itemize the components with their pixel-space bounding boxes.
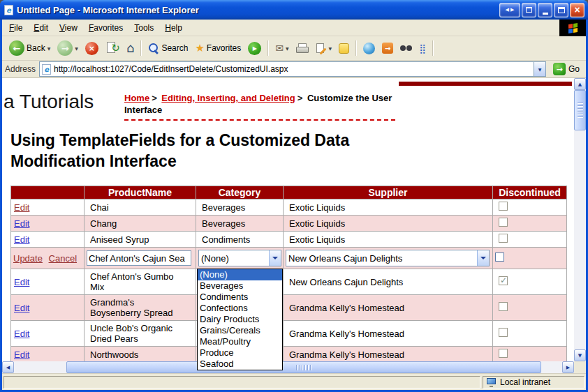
close-button[interactable]: × [570,3,585,17]
category-cell: Beverages [196,199,284,216]
menu-item-edit[interactable]: Edit [28,21,54,35]
discontinued-checkbox[interactable] [495,252,504,262]
back-button[interactable]: ← Back ▼ [6,39,53,57]
product-row: Edit Uncle Bob's Organic Dried Pears Gra… [11,321,567,347]
header-accent-bar [399,82,572,86]
addon-binoculars-button[interactable] [397,43,415,53]
edit-link[interactable]: Edit [14,303,29,313]
favorites-button[interactable]: ★ Favorites [192,40,244,56]
breadcrumb-separator: > [297,93,303,103]
scroll-down-button[interactable]: ▼ [574,349,586,361]
window-icon [526,7,532,13]
edit-link[interactable]: Edit [14,218,29,229]
media-button[interactable]: ▶ [245,40,264,56]
address-dropdown-button[interactable]: ▼ [534,62,545,76]
edit-link[interactable]: Edit [14,329,29,339]
menu-item-file[interactable]: File [3,21,28,35]
minimize-button[interactable] [538,3,552,17]
update-link[interactable]: Update [13,253,43,264]
breadcrumb-home-link[interactable]: Home [124,93,149,103]
product-row: Edit Aniseed Syrup Condiments Exotic Liq… [11,232,567,248]
horizontal-scrollbar[interactable]: ◀ ▶ [2,361,574,373]
window-titlebar[interactable]: e Untitled Page - Microsoft Internet Exp… [0,0,588,20]
address-bar: Address e ▼ → Go [2,61,586,78]
category-option[interactable]: Grains/Cereals [198,325,282,336]
go-button[interactable]: → Go [550,63,583,75]
edit-link[interactable]: Edit [14,277,29,287]
title-window-button[interactable] [522,3,536,17]
maximize-icon [558,7,565,13]
maximize-button[interactable] [554,3,568,17]
product-cell: Uncle Bob's Organic Dried Pears [90,323,181,344]
supplier-select[interactable]: New Orleans Cajun Delights [286,250,490,266]
category-option[interactable]: Dairy Products [198,314,282,325]
standard-toolbar: ← Back ▼ → ▼ × ↻ ⌂ Search ★ Favorites [2,36,586,61]
cancel-link[interactable]: Cancel [49,253,77,264]
category-select[interactable]: (None) [198,250,281,266]
category-option[interactable]: Produce [198,347,282,359]
security-zone-label: Local intranet [500,377,550,387]
scroll-left-button[interactable]: ◀ [2,361,14,373]
discontinued-checkbox [499,328,508,337]
windows-logo-icon [568,23,578,33]
scrollbar-corner [574,361,586,373]
scroll-up-button[interactable]: ▲ [574,78,586,90]
discontinued-checkbox [499,349,508,358]
chevron-down-icon[interactable] [477,250,489,266]
vertical-scrollbar[interactable]: ▲ ▼ [574,78,586,361]
address-field: e ▼ [39,61,546,77]
supplier-cell: Exotic Liquids [284,216,493,232]
menu-item-view[interactable]: View [54,21,83,35]
title-nav-arrows-button[interactable]: ◀ ▶ [499,3,520,17]
stop-button[interactable]: × [82,40,101,56]
category-option[interactable]: Confections [198,303,282,314]
edit-link[interactable]: Edit [14,349,29,360]
horizontal-scrollbar-thumb[interactable] [66,361,541,373]
category-option[interactable]: (None) [198,269,282,280]
binoculars-icon [400,45,412,52]
chevron-down-icon: ▼ [286,46,289,51]
page-title: Using TemplateFields for a Customized Da… [10,130,363,172]
star-icon: ★ [195,42,204,54]
edit-page-button[interactable]: ▼ [313,41,335,56]
menu-item-tools[interactable]: Tools [128,21,159,35]
product-name-input[interactable] [87,250,191,266]
supplier-select-value: New Orleans Cajun Delights [288,253,477,264]
messenger-button[interactable] [336,42,352,55]
refresh-button[interactable]: ↻ [103,40,122,56]
category-option[interactable]: Beverages [198,280,282,292]
edit-link[interactable]: Edit [14,202,29,213]
product-row: Edit Northwoods Grandma Kelly's Homestea… [11,347,567,362]
chevron-down-icon[interactable] [269,250,281,266]
category-option[interactable]: Seafood [198,359,282,370]
addon-globe-button[interactable] [360,41,378,56]
page-icon: e [42,64,51,75]
category-option[interactable]: Meat/Poultry [198,336,282,347]
forward-button[interactable]: → ▼ [54,39,81,57]
product-row: Edit Grandma's Boysenberry Spread Grandm… [11,295,567,321]
product-row: Edit Chef Anton's Gumbo Mix New Orleans … [11,269,567,295]
page-viewport: a Tutorials Home> Editing, Inserting, an… [2,78,586,373]
address-input[interactable] [54,64,531,74]
search-button[interactable]: Search [145,41,191,55]
search-icon [148,43,159,54]
addon-grid-button[interactable]: ⣿ [416,42,429,55]
edit-link[interactable]: Edit [14,234,29,245]
go-label: Go [568,64,580,74]
scroll-right-button[interactable]: ▶ [562,361,574,373]
vertical-scrollbar-thumb[interactable] [574,90,586,130]
menu-item-favorites[interactable]: Favorites [83,21,128,35]
addon-arrow-button[interactable]: → [379,41,396,55]
mail-button[interactable]: ✉ ▼ [272,41,291,55]
column-header-supplier: Supplier [284,186,493,199]
menu-item-help[interactable]: Help [159,21,188,35]
print-button[interactable] [293,42,311,55]
back-label: Back [27,43,45,53]
home-button[interactable]: ⌂ [124,40,137,56]
security-zone-indicator[interactable]: Local intranet [483,376,585,389]
browser-window: e Untitled Page - Microsoft Internet Exp… [0,0,588,392]
toolbar-separator [140,40,142,56]
category-option[interactable]: Condiments [198,292,282,303]
breadcrumb-section-link[interactable]: Editing, Inserting, and Deleting [161,93,295,103]
address-label: Address [5,64,36,74]
